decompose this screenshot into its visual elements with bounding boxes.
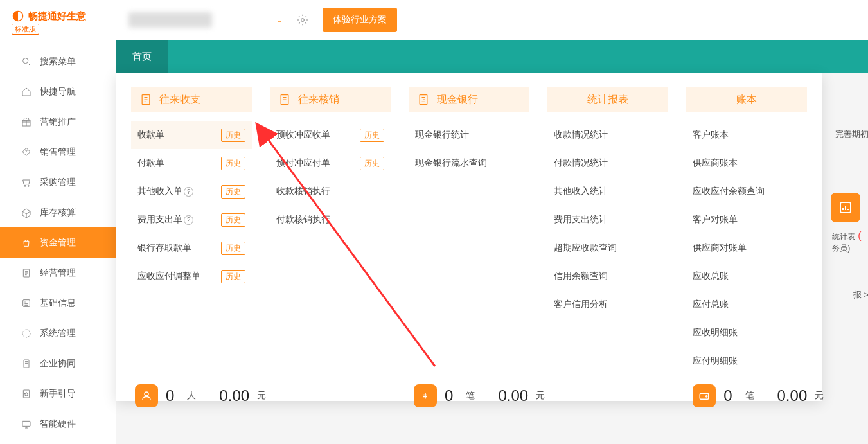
menu-item-label: 付款情况统计 <box>554 157 608 169</box>
col-reports: 统计报表 收款情况统计付款情况统计其他收入统计费用支出统计超期应收款查询信用余额… <box>547 87 668 375</box>
history-tag[interactable]: 历史 <box>360 129 384 142</box>
stat-c-unit2: 元 <box>815 390 824 402</box>
menu-item[interactable]: 其他收入统计 <box>547 177 668 206</box>
stat-b: 0笔 0.00元 <box>414 384 545 407</box>
menu-item[interactable]: 应收应付调整单历史 <box>131 262 252 290</box>
menu-item-label: 付款单 <box>137 157 164 169</box>
sidebar-item-7[interactable]: 经营管理 <box>0 258 116 288</box>
menu-item[interactable]: 超期应收款查询 <box>547 234 668 262</box>
stat-a: 0人 0.00元 <box>135 384 266 407</box>
sidebar-item-9[interactable]: 系统管理 <box>0 318 116 348</box>
sidebar-item-5[interactable]: 库存核算 <box>0 197 116 227</box>
brand-title: 畅捷通好生意 <box>28 10 86 22</box>
menu-item[interactable]: 应收应付余额查询 <box>686 177 807 206</box>
sidebar-item-12[interactable]: 智能硬件 <box>0 409 116 439</box>
menu-item[interactable]: 客户账本 <box>686 121 807 149</box>
menu-item[interactable]: 现金银行流水查询 <box>409 149 529 177</box>
history-tag[interactable]: 历史 <box>221 157 245 170</box>
menu-item[interactable]: 预收冲应收单历史 <box>270 121 391 149</box>
tab-home[interactable]: 首页 <box>116 40 168 73</box>
report-icon-button[interactable] <box>831 193 860 222</box>
col-head-ledger: 账本 <box>686 87 807 112</box>
sidebar-item-10[interactable]: 企业协同 <box>0 348 116 378</box>
sidebar-item-3[interactable]: 销售管理 <box>0 137 116 167</box>
cta-experience-button[interactable]: 体验行业方案 <box>323 8 397 32</box>
menu-item[interactable]: 银行存取款单历史 <box>131 234 252 262</box>
chevron-down-icon[interactable]: ⌄ <box>276 15 283 24</box>
menu-item[interactable]: 供应商对账单 <box>686 234 807 262</box>
menu-item[interactable]: 收款情况统计 <box>547 121 668 149</box>
menu-item-label: 应付明细账 <box>693 355 738 367</box>
col-head-transactions: 往来收支 <box>131 87 252 112</box>
tag-icon <box>21 147 32 158</box>
menu-item[interactable]: 应收明细账 <box>686 319 807 347</box>
svg-point-5 <box>28 185 29 186</box>
menu-item[interactable]: 其他收入单?历史 <box>131 177 252 206</box>
menu-item-label: 收款核销执行 <box>276 186 330 197</box>
menu-item[interactable]: 客户对账单 <box>686 206 807 234</box>
menu-item[interactable]: 收款核销执行 <box>270 177 391 206</box>
col-ledger: 账本 客户账本供应商账本应收应付余额查询客户对账单供应商对账单应收总账应付总账应… <box>686 87 807 375</box>
sidebar-item-8[interactable]: 基础信息 <box>0 288 116 318</box>
menu-item[interactable]: 付款情况统计 <box>547 149 668 177</box>
menu-item-label: 超期应收款查询 <box>554 242 617 254</box>
sidebar-item-0[interactable]: 搜索菜单 <box>0 46 116 76</box>
menu-item[interactable]: 应收总账 <box>686 262 807 290</box>
right-snippet-2[interactable]: 报 > <box>853 289 868 301</box>
sidebar-item-2[interactable]: 营销推广 <box>0 107 116 137</box>
history-tag[interactable]: 历史 <box>221 242 245 255</box>
menu-item-label: 应付总账 <box>693 299 729 310</box>
menu-item[interactable]: 应付明细账 <box>686 347 807 375</box>
sidebar-item-label: 快捷导航 <box>40 86 76 98</box>
sidebar-item-label: 企业协同 <box>40 358 76 369</box>
help-icon[interactable]: ? <box>184 215 193 225</box>
stat-b-unit1: 笔 <box>466 390 475 402</box>
menu-item[interactable]: 费用支出统计 <box>547 206 668 234</box>
col-transactions: 往来收支 收款单历史付款单历史其他收入单?历史费用支出单?历史银行存取款单历史应… <box>131 87 252 375</box>
topbar: ⌄ 体验行业方案 <box>116 0 868 40</box>
menu-item-label: 预付冲应付单 <box>276 157 330 169</box>
menu-item[interactable]: 付款单历史 <box>131 149 252 177</box>
mega-menu-panel: 往来收支 收款单历史付款单历史其他收入单?历史费用支出单?历史银行存取款单历史应… <box>116 73 822 401</box>
history-tag[interactable]: 历史 <box>221 185 245 199</box>
right-text-b: 务员) <box>832 244 850 253</box>
menu-item[interactable]: 信用余额查询 <box>547 262 668 290</box>
brand-edition-badge: 标准版 <box>12 24 39 35</box>
svg-point-18 <box>145 392 148 396</box>
sidebar-item-label: 搜索菜单 <box>40 56 76 67</box>
org-name-redacted <box>128 12 212 28</box>
gear-icon[interactable] <box>296 13 310 27</box>
history-tag[interactable]: 历史 <box>360 157 384 170</box>
stat-a-count: 0 <box>166 387 174 405</box>
menu-item-label: 现金银行流水查询 <box>415 157 487 169</box>
sidebar-item-label: 智能硬件 <box>40 418 76 430</box>
col-title: 统计报表 <box>587 93 628 107</box>
right-text: 统计表( 务员) <box>832 229 861 254</box>
menu-item[interactable]: 费用支出单?历史 <box>131 206 252 234</box>
history-tag[interactable]: 历史 <box>221 270 245 283</box>
sidebar-item-6[interactable]: 资金管理 <box>0 227 116 258</box>
menu-item[interactable]: 收款单历史 <box>131 121 252 149</box>
history-tag[interactable]: 历史 <box>221 129 245 142</box>
menu-item[interactable]: 供应商账本 <box>686 149 807 177</box>
help-icon[interactable]: ? <box>184 187 193 197</box>
menu-item-label: 现金银行统计 <box>415 129 469 141</box>
receipt-icon <box>139 93 153 107</box>
menu-item-label: 其他收入统计 <box>554 186 608 197</box>
menu-item[interactable]: 现金银行统计 <box>409 121 529 149</box>
menu-item[interactable]: 付款核销执行 <box>270 206 391 234</box>
bank-icon <box>416 93 430 107</box>
menu-item[interactable]: 客户信用分析 <box>547 290 668 319</box>
right-float-panel: 统计表( 务员) <box>823 193 868 254</box>
sidebar-item-4[interactable]: 采购管理 <box>0 167 116 197</box>
sidebar-item-label: 新手引导 <box>40 388 76 400</box>
menu-item-label: 收款情况统计 <box>554 129 608 141</box>
history-tag[interactable]: 历史 <box>221 213 245 227</box>
stat-a-amount: 0.00 <box>219 387 249 405</box>
sidebar-item-label: 采购管理 <box>40 177 76 188</box>
menu-item[interactable]: 应付总账 <box>686 290 807 319</box>
sidebar-item-1[interactable]: 快捷导航 <box>0 76 116 107</box>
sidebar-item-11[interactable]: 新手引导 <box>0 378 116 409</box>
menu-item[interactable]: 预付冲应付单历史 <box>270 149 391 177</box>
svg-rect-11 <box>22 421 30 426</box>
